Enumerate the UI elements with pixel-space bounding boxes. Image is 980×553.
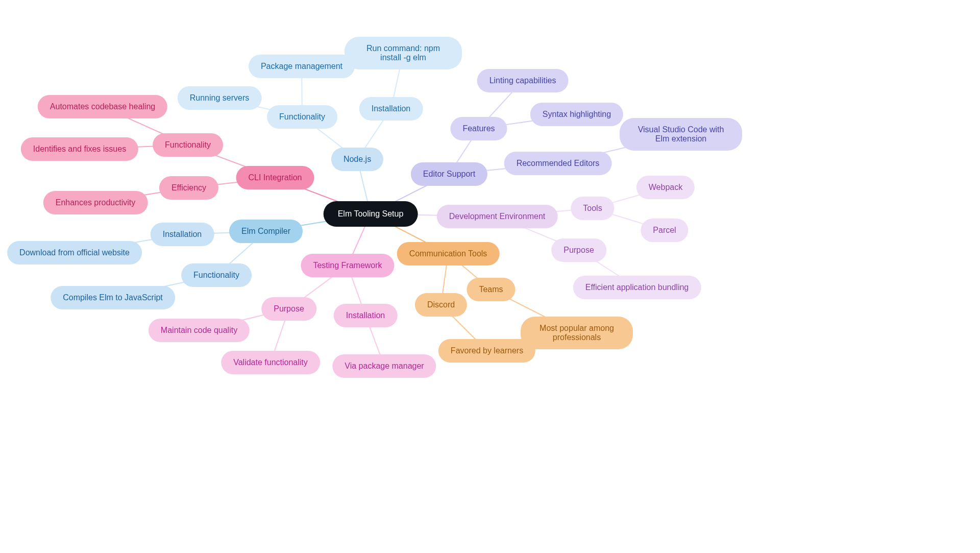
node-editor_feat_syntax: Syntax highlighting (530, 103, 623, 126)
node-devenv_tools: Tools (571, 197, 614, 220)
node-cli: CLI Integration (236, 166, 314, 189)
node-testing_purpose_val: Validate functionality (221, 351, 320, 374)
node-devenv: Development Environment (437, 205, 558, 228)
node-cli_func: Functionality (153, 133, 223, 157)
node-compiler: Elm Compiler (229, 220, 303, 243)
node-nodejs_install: Installation (359, 97, 423, 121)
node-cli_func_fix: Identifies and fixes issues (21, 137, 138, 161)
node-cli_func_heal: Automates codebase healing (38, 95, 167, 118)
node-compiler_install_dl: Download from official website (7, 241, 142, 265)
node-nodejs: Node.js (331, 148, 383, 171)
mindmap-canvas: Elm Tooling SetupNode.jsInstallationRun … (0, 0, 980, 553)
node-nodejs_func: Functionality (267, 105, 337, 129)
node-comm_teams: Teams (467, 278, 515, 301)
node-devenv_tools_parcel: Parcel (641, 219, 688, 242)
node-testing_install: Installation (334, 304, 398, 327)
node-nodejs_func_srv: Running servers (178, 86, 262, 110)
node-compiler_install: Installation (151, 223, 214, 246)
node-editor_features: Features (450, 117, 507, 140)
node-editor_feat_lint: Linting capabilities (477, 69, 569, 92)
node-nodejs_func_pkg: Package management (249, 55, 355, 78)
node-devenv_tools_wp: Webpack (636, 176, 695, 199)
root-node: Elm Tooling Setup (324, 201, 418, 227)
node-devenv_purpose: Purpose (551, 238, 606, 262)
node-testing_purpose: Purpose (261, 297, 316, 321)
node-compiler_func: Functionality (181, 263, 252, 287)
node-editor_rec_vsc: Visual Studio Code with Elm extension (620, 118, 742, 151)
node-compiler_func_js: Compiles Elm to JavaScript (51, 286, 175, 309)
node-comm_discord: Discord (415, 293, 467, 317)
node-editor_rec: Recommended Editors (504, 152, 612, 175)
node-comm_discord_learn: Favored by learners (438, 339, 535, 363)
node-cli_eff: Efficiency (159, 176, 218, 200)
node-nodejs_install_cmd: Run command: npm install -g elm (345, 37, 462, 69)
node-comm_teams_pop: Most popular among professionals (521, 317, 633, 349)
node-editor: Editor Support (411, 162, 487, 186)
node-cli_eff_prod: Enhances productivity (43, 191, 148, 214)
node-testing: Testing Framework (301, 254, 394, 277)
node-devenv_purpose_bund: Efficient application bundling (573, 276, 701, 299)
node-comm: Communication Tools (397, 242, 500, 266)
node-testing_install_pkg: Via package manager (332, 354, 436, 378)
node-testing_purpose_qual: Maintain code quality (149, 319, 250, 342)
